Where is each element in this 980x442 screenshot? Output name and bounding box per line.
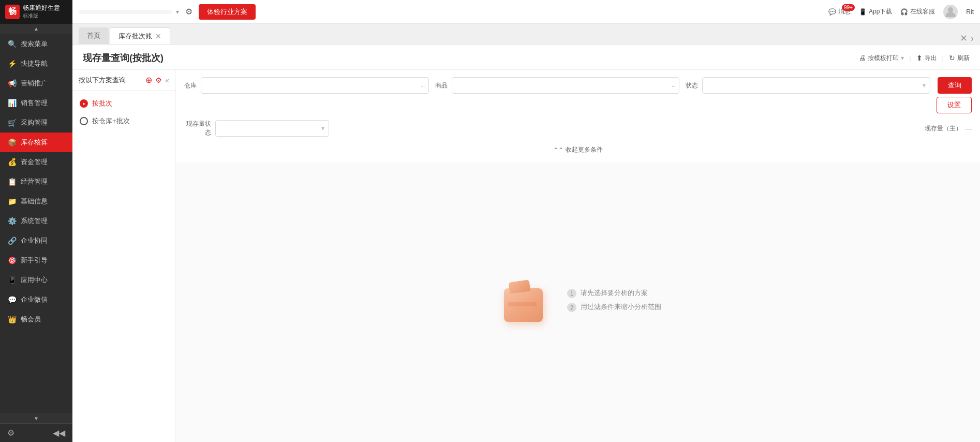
sidebar-item-inventory[interactable]: 📦 库存核算 (0, 132, 72, 152)
sidebar-item-search[interactable]: 🔍 搜索菜单 (0, 34, 72, 54)
status-arrow-icon[interactable]: ▾ (923, 82, 926, 89)
filter-grid: 仓库 ··· 商品 ··· (176, 70, 980, 163)
sidebar-item-finance[interactable]: 💰 资金管理 (0, 152, 72, 172)
sidebar-nav: 🔍 搜索菜单 ⚡ 快捷导航 📢 营销推广 📊 销售管理 🛒 采购管理 📦 库存核… (0, 34, 72, 413)
page-header: 现存量查询(按批次) 🖨 按模板打印 ▾ | ⬆ 导出 | ↻ 刷新 (72, 45, 980, 70)
scheme-item-batch[interactable]: ● 按批次 (72, 95, 175, 112)
scheme-panel: 按以下方案查询 ⊕ ⚙ « ● 按批次 按仓库+批次 (72, 70, 176, 442)
sidebar-item-label: 新手引导 (21, 256, 48, 265)
newguide-icon: 🎯 (7, 256, 17, 265)
export-icon: ⬆ (916, 54, 923, 62)
scheme-settings-icon[interactable]: ⚙ (155, 76, 162, 84)
operations-icon: 📋 (7, 177, 17, 186)
app-download-button[interactable]: 📱 App下载 (859, 7, 892, 16)
sidebar-item-marketing[interactable]: 📢 营销推广 (0, 73, 72, 93)
app-download-icon: 📱 (859, 8, 867, 16)
sidebar-scroll-down[interactable]: ▼ (0, 413, 72, 423)
empty-step2-text: 用过滤条件来缩小分析范围 (581, 302, 661, 312)
message-button[interactable]: 💬 消息 99+ (828, 7, 851, 16)
brand-name: 畅康通好生意 (23, 4, 60, 12)
scheme-collapse-icon[interactable]: « (165, 76, 169, 84)
sidebar-item-basic[interactable]: 📁 基础信息 (0, 191, 72, 211)
online-service-button[interactable]: 🎧 在线客服 (900, 7, 935, 16)
scheme-item-warehouse-batch[interactable]: 按仓库+批次 (72, 112, 175, 130)
sidebar-item-member[interactable]: 👑 畅会员 (0, 310, 72, 329)
panel-close-icon: ✕ (960, 33, 968, 44)
stock-status-select[interactable]: ▾ (215, 120, 329, 137)
settings-button[interactable]: 设置 (937, 97, 972, 113)
empty-step1-text: 请先选择要分析的方案 (581, 288, 648, 298)
tab-batch[interactable]: 库存批次账 ✕ (110, 27, 170, 44)
sidebar-item-label: 采购管理 (21, 118, 48, 127)
brand-sub: 标准版 (23, 12, 60, 20)
export-button[interactable]: ⬆ 导出 (916, 54, 937, 63)
enterprise-icon: 🔗 (7, 236, 17, 245)
sidebar-item-label: 基础信息 (21, 197, 48, 206)
stock-status-arrow-icon[interactable]: ▾ (321, 125, 324, 132)
user-name[interactable]: Rit (966, 8, 974, 16)
tab-close-icon[interactable]: ✕ (155, 33, 161, 40)
topbar-gear-icon[interactable]: ⚙ (185, 7, 192, 17)
sidebar-item-system[interactable]: ⚙️ 系统管理 (0, 211, 72, 231)
query-button[interactable]: 查询 (938, 77, 972, 94)
trial-button[interactable]: 体验行业方案 (199, 4, 256, 20)
sidebar-settings-icon[interactable]: ⚙ (7, 428, 14, 438)
goods-label: 商品 (435, 81, 452, 90)
print-chevron-icon[interactable]: ▾ (901, 54, 904, 62)
sidebar-item-label: 快捷导航 (21, 59, 48, 68)
status-label: 状态 (686, 81, 702, 90)
tab-home[interactable]: 首页 (79, 27, 109, 44)
empty-inner: 1 请先选择要分析的方案 2 用过滤条件来缩小分析范围 (495, 274, 661, 331)
scheme-list: ● 按批次 按仓库+批次 (72, 91, 175, 442)
message-icon: 💬 (828, 8, 836, 16)
sidebar-scroll-up[interactable]: ▲ (0, 24, 72, 34)
sidebar-item-purchase[interactable]: 🛒 采购管理 (0, 113, 72, 132)
user-avatar (943, 5, 958, 19)
refresh-button[interactable]: ↻ 刷新 (949, 54, 970, 63)
sidebar-item-label: 库存核算 (21, 138, 48, 147)
stock-qty-label: 现存量（主） (925, 124, 962, 133)
sidebar: 畅 畅康通好生意 标准版 ▲ 🔍 搜索菜单 ⚡ 快捷导航 📢 营销推广 📊 销售… (0, 0, 72, 442)
sidebar-item-label: 畅会员 (21, 315, 41, 324)
scheme-title: 按以下方案查询 (79, 76, 142, 85)
topbar-search-area[interactable] (79, 10, 172, 14)
collapse-more-button[interactable]: ⌃⌃ 收起更多条件 (184, 141, 972, 158)
warehouse-label: 仓库 (184, 81, 201, 90)
refresh-label: 刷新 (957, 54, 970, 63)
stock-status-label: 现存量状态 (184, 120, 215, 137)
scheme-add-icon[interactable]: ⊕ (145, 75, 152, 85)
stock-qty-dash: — (965, 125, 972, 132)
tab-bar: 首页 库存批次账 ✕ ✕ › (72, 24, 980, 45)
warehouse-field: 仓库 ··· (184, 77, 429, 94)
goods-dots-icon[interactable]: ··· (672, 81, 675, 90)
page-header-actions: 🖨 按模板打印 ▾ | ⬆ 导出 | ↻ 刷新 (858, 54, 970, 63)
sidebar-item-operations[interactable]: 📋 经营管理 (0, 172, 72, 191)
marketing-icon: 📢 (7, 79, 17, 88)
sidebar-item-newguide[interactable]: 🎯 新手引导 (0, 251, 72, 270)
sidebar-item-enterprise[interactable]: 🔗 企业协同 (0, 231, 72, 251)
sidebar-item-label: 搜索菜单 (21, 39, 48, 49)
tab-bar-chevron-icon[interactable]: › (971, 33, 974, 44)
empty-step-2: 2 用过滤条件来缩小分析范围 (567, 302, 661, 312)
filter-main: 仓库 ··· 商品 ··· (176, 70, 980, 442)
sidebar-item-label: 资金管理 (21, 157, 48, 167)
warehouse-input[interactable]: ··· (201, 77, 429, 94)
page-title: 现存量查询(按批次) (83, 52, 164, 64)
sidebar-item-wechat[interactable]: 💬 企业微信 (0, 290, 72, 310)
sidebar-item-sales[interactable]: 📊 销售管理 (0, 93, 72, 113)
print-template-button[interactable]: 🖨 按模板打印 ▾ (858, 54, 904, 63)
goods-input[interactable]: ··· (452, 77, 680, 94)
sidebar-item-quicknav[interactable]: ⚡ 快捷导航 (0, 54, 72, 73)
status-select[interactable]: ▾ (702, 77, 930, 94)
box-line (508, 302, 537, 306)
action-buttons: 查询 设置 (937, 77, 972, 113)
sidebar-collapse-icon[interactable]: ◀◀ (53, 428, 65, 438)
tab-panel-close-button[interactable]: ✕ (960, 33, 968, 44)
empty-step-1: 1 请先选择要分析的方案 (567, 288, 661, 298)
sidebar-item-appcenter[interactable]: 📱 应用中心 (0, 270, 72, 290)
warehouse-dots-icon[interactable]: ··· (421, 81, 424, 90)
page-content: 现存量查询(按批次) 🖨 按模板打印 ▾ | ⬆ 导出 | ↻ 刷新 (72, 45, 980, 442)
topbar-chevron-icon[interactable]: ▾ (176, 8, 179, 16)
print-label: 按模板打印 (868, 54, 899, 63)
headset-icon: 🎧 (900, 8, 908, 16)
